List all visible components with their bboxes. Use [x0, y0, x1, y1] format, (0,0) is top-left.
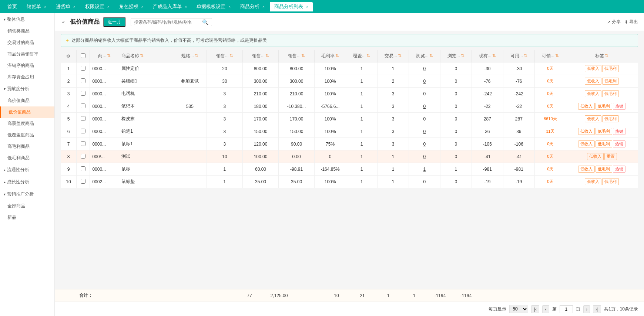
row-select-checkbox[interactable] — [81, 66, 85, 71]
view-link[interactable]: 0 — [423, 91, 426, 96]
view-link[interactable]: 0 — [423, 66, 426, 71]
row-select-checkbox[interactable] — [81, 179, 85, 184]
settings-col-header[interactable]: ⚙ — [61, 50, 76, 62]
sidebar-item-high-coverage[interactable]: 高覆盖度商品 — [0, 118, 54, 129]
row-checkbox[interactable] — [76, 163, 90, 176]
close-icon[interactable]: × — [185, 5, 187, 9]
row-checkbox[interactable] — [76, 125, 90, 138]
first-page-button[interactable]: |‹ — [531, 305, 539, 313]
nav-home[interactable]: 首页 — [3, 2, 21, 11]
col-header-sales3[interactable]: 销售...⇅ — [279, 50, 315, 62]
sidebar-header-growth[interactable]: ▸ 成长性分析 — [0, 176, 54, 188]
sidebar-item-low-coverage[interactable]: 低覆盖度商品 — [0, 129, 54, 141]
export-button[interactable]: ⬇ 导出 — [624, 19, 638, 25]
search-input[interactable] — [134, 20, 201, 25]
row-checkbox[interactable] — [76, 100, 90, 113]
close-icon[interactable]: × — [73, 5, 76, 9]
view-link[interactable]: 0 — [423, 129, 426, 134]
row-checkbox[interactable] — [76, 62, 90, 75]
view-link[interactable]: 0 — [423, 79, 426, 84]
row-checkbox[interactable] — [76, 88, 90, 100]
row-select-checkbox[interactable] — [81, 91, 85, 96]
row-col7[interactable]: 0 — [409, 100, 440, 113]
close-icon[interactable]: × — [141, 5, 144, 9]
last-page-button[interactable]: ›| — [593, 305, 601, 313]
nav-roles[interactable]: 角色授权 × — [115, 2, 148, 11]
col-header-sales1[interactable]: 销售...⇅ — [207, 50, 242, 62]
sidebar-item-traded[interactable]: 交易过的商品 — [0, 37, 54, 48]
col-header-code[interactable]: 商...⇅ — [90, 50, 119, 62]
close-icon[interactable]: × — [44, 5, 46, 9]
close-icon[interactable]: × — [306, 5, 308, 9]
sidebar-item-low-margin[interactable]: 低毛利商品 — [0, 152, 54, 164]
close-icon[interactable]: × — [107, 5, 110, 9]
sidebar-header-flow[interactable]: ▸ 流通性分析 — [0, 164, 54, 176]
nav-analysis[interactable]: 商品分析 × — [236, 2, 269, 11]
sidebar-item-category-rate[interactable]: 商品分类销售率 — [0, 48, 54, 60]
row-col7[interactable]: 0 — [409, 75, 440, 88]
row-col7[interactable]: 0 — [409, 113, 440, 125]
per-page-select[interactable]: 50 100 200 — [509, 305, 528, 313]
col-header-available[interactable]: 可用...⇅ — [503, 50, 534, 62]
col-header-current[interactable]: 现有...⇅ — [472, 50, 503, 62]
sidebar-item-high-value[interactable]: 高价值商品 — [0, 95, 54, 106]
col-header-view1[interactable]: 浏览...⇅ — [409, 50, 440, 62]
col-header-coverage[interactable]: 覆盖...⇅ — [346, 50, 378, 62]
nav-analysis-list[interactable]: 商品分析列表 × — [270, 2, 313, 11]
row-select-checkbox[interactable] — [81, 141, 85, 146]
collapse-sidebar-button[interactable]: « — [61, 18, 66, 26]
current-page-input[interactable] — [560, 305, 573, 313]
row-checkbox[interactable] — [76, 75, 90, 88]
nav-sales[interactable]: 销货单 × — [22, 2, 51, 11]
sidebar-header-marketing[interactable]: ▾ 营销推广分析 — [0, 188, 54, 200]
row-checkbox[interactable] — [76, 176, 90, 188]
row-col7[interactable]: 0 — [409, 62, 440, 75]
sidebar-item-new-products[interactable]: 新品 — [0, 212, 54, 223]
share-button[interactable]: ↗ 分享 — [607, 19, 621, 25]
nav-purchase[interactable]: 进货单 × — [51, 2, 80, 11]
row-col7[interactable]: 0 — [409, 176, 440, 188]
col-header-sales2[interactable]: 销售...⇅ — [242, 50, 278, 62]
sidebar-item-high-margin[interactable]: 高毛利商品 — [0, 141, 54, 152]
close-icon[interactable]: × — [228, 5, 231, 9]
view-link[interactable]: 0 — [423, 154, 426, 159]
row-select-checkbox[interactable] — [81, 154, 85, 159]
sidebar-item-slow-moving[interactable]: 滞销序的商品 — [0, 60, 54, 71]
search-icon[interactable]: 🔍 — [202, 19, 208, 25]
nav-template[interactable]: 单据模板设置 × — [192, 2, 235, 11]
filter-button[interactable]: 近一月 — [103, 17, 125, 27]
nav-warehouse[interactable]: 产成品入库单 × — [148, 2, 191, 11]
sidebar-header-overall[interactable]: ▾ 整体信息 — [0, 13, 54, 26]
sidebar-item-low-value[interactable]: 低价值商品 — [0, 106, 54, 118]
col-header-tag[interactable]: 标签⇅ — [566, 50, 638, 62]
row-col7[interactable]: 0 — [409, 88, 440, 100]
col-header-view2[interactable]: 浏览...⇅ — [440, 50, 472, 62]
view-link[interactable]: 1 — [423, 167, 426, 172]
sidebar-item-inventory[interactable]: 库存资金占用 — [0, 71, 54, 83]
view-link[interactable]: 0 — [423, 104, 426, 109]
sidebar-item-sales-products[interactable]: 销售类商品 — [0, 26, 54, 37]
prev-page-button[interactable]: ‹ — [542, 305, 549, 313]
select-all-checkbox[interactable] — [81, 53, 85, 58]
row-col7[interactable]: 1 — [409, 163, 440, 176]
col-header-margin[interactable]: 毛利率⇅ — [315, 50, 346, 62]
sidebar-item-all-products[interactable]: 全部商品 — [0, 200, 54, 212]
view-link[interactable]: 0 — [423, 142, 426, 147]
col-header-trade[interactable]: 交易...⇅ — [378, 50, 409, 62]
col-header-name[interactable]: 商品名称⇅ — [119, 50, 173, 62]
row-select-checkbox[interactable] — [81, 166, 85, 171]
row-checkbox[interactable] — [76, 138, 90, 150]
row-select-checkbox[interactable] — [81, 103, 85, 108]
nav-permissions[interactable]: 权限设置 × — [81, 2, 114, 11]
row-checkbox[interactable] — [76, 113, 90, 125]
view-link[interactable]: 0 — [423, 179, 426, 184]
row-col7[interactable]: 0 — [409, 138, 440, 150]
row-select-checkbox[interactable] — [81, 129, 85, 133]
row-select-checkbox[interactable] — [81, 78, 85, 83]
next-page-button[interactable]: › — [583, 305, 590, 313]
close-icon[interactable]: × — [262, 5, 265, 9]
row-col7[interactable]: 0 — [409, 150, 440, 163]
col-header-saleable[interactable]: 可销...⇅ — [534, 50, 566, 62]
row-col7[interactable]: 0 — [409, 125, 440, 138]
row-checkbox[interactable] — [76, 150, 90, 163]
